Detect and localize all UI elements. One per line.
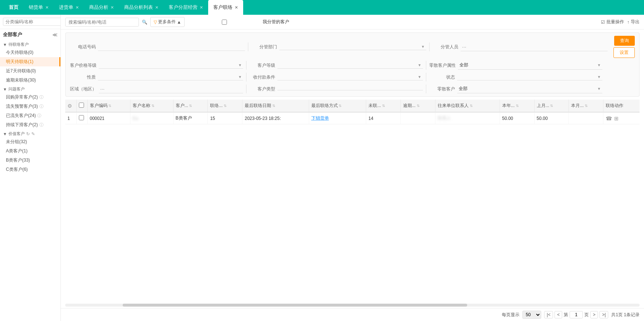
status-select[interactable]: ▼ (457, 74, 602, 80)
refresh-icon[interactable]: ↻ (26, 131, 30, 137)
grid-action-icon[interactable]: ⊞ (614, 115, 619, 121)
th-last-month[interactable]: 上月... (534, 100, 569, 112)
th-customer-type[interactable]: 客户... (173, 100, 208, 112)
prev-page-btn[interactable]: < (554, 311, 562, 318)
nav-home[interactable]: 首页 (4, 0, 24, 15)
nav-sales[interactable]: 销货单 ✕ (24, 0, 54, 15)
chevron-down-icon: ▼ (421, 45, 425, 49)
sidebar-item-class-c[interactable]: C类客户(6) (0, 165, 60, 174)
th-overdue[interactable]: 逾期... (400, 100, 435, 112)
th-this-year[interactable]: 本年... (500, 100, 534, 112)
sidebar-all-customers[interactable]: 全部客户 ≪ (0, 29, 60, 40)
phone-action-icon[interactable]: ☎ (606, 115, 612, 121)
region-label: 区域（地区） (70, 86, 97, 92)
more-dots-icon2[interactable]: ··· (100, 86, 105, 92)
th-this-month[interactable]: 本月... (569, 100, 603, 112)
th-code[interactable]: 客户编码 (87, 100, 130, 112)
select-all-checkbox[interactable] (79, 103, 84, 108)
person-select[interactable]: ··· (461, 43, 608, 51)
price-level-select[interactable]: ▼ (99, 62, 243, 69)
dept-select[interactable]: ▼ (279, 44, 426, 50)
filter-row-2: 客户价格等级 ▼ 客户等级 ▼ 零散客户属性 (70, 61, 635, 70)
th-name[interactable]: 客户名称 (130, 100, 174, 112)
page-nav: |< < 第 页 > >| (544, 311, 608, 318)
sidebar-search-input[interactable] (3, 18, 61, 26)
row-partner-contact: 联系人 (435, 112, 500, 124)
row-last-contact-method[interactable]: 下销货单 (309, 112, 366, 124)
th-contact-count[interactable]: 联络... (208, 100, 242, 112)
nav-goods-list[interactable]: 商品分析列表 ✕ (119, 0, 164, 15)
my-customers-checkbox[interactable] (188, 20, 261, 25)
customer-type-select[interactable] (277, 88, 423, 90)
nav-goods-analysis[interactable]: 商品分析 ✕ (84, 0, 119, 15)
filter-nature: 性质 ▼ (70, 74, 243, 80)
scroll-hint[interactable] (65, 304, 640, 307)
query-button[interactable]: 查询 (614, 36, 635, 46)
batch-op-btn[interactable]: ☑ 批量操作 (601, 19, 624, 25)
sidebar-item-class-b[interactable]: B类客户(33) (0, 156, 60, 165)
nav-customer-tier[interactable]: 客户分层经营 ✕ (164, 0, 208, 15)
region-select[interactable]: ··· (99, 85, 243, 93)
close-goods-list-icon[interactable]: ✕ (155, 5, 158, 10)
more-dots-icon[interactable]: ··· (462, 44, 466, 50)
nature-label: 性质 (70, 74, 96, 80)
last-page-btn[interactable]: >| (599, 311, 608, 318)
th-last-contact-date[interactable]: 最后联络日期 (242, 100, 309, 112)
filter-bar: 🔍 ▽ 更多条件 ▲ 我分管的客户 ☑ 批量操作 ↑ 导出 (61, 15, 644, 30)
contact-method-link[interactable]: 下销货单 (311, 115, 329, 121)
sidebar-item-overdue[interactable]: 逾期未联络(30) (0, 76, 60, 85)
chevron-down-icon6: ▼ (418, 75, 421, 79)
nature-select[interactable]: ▼ (98, 74, 243, 80)
sidebar-item-churn-warning[interactable]: 流失预警客户(3) ⓘ (0, 102, 60, 111)
more-conditions-btn[interactable]: ▽ 更多条件 ▲ (150, 17, 185, 27)
collapse-icon[interactable]: ≪ (52, 32, 57, 38)
search-input[interactable] (65, 18, 139, 27)
row-select-checkbox[interactable] (79, 115, 84, 120)
edit-icon[interactable]: ✎ (31, 131, 35, 137)
customer-level-select[interactable]: ▼ (277, 62, 423, 69)
close-goods-analysis-icon[interactable]: ✕ (111, 5, 114, 10)
row-checkbox[interactable] (76, 112, 87, 124)
sidebar-item-ungrouped[interactable]: 未分组(32) (0, 137, 60, 146)
content-area: 🔍 ▽ 更多条件 ▲ 我分管的客户 ☑ 批量操作 ↑ 导出 (61, 15, 644, 321)
payment-label: 收付款条件 (249, 74, 275, 80)
close-customer-tier-icon[interactable]: ✕ (200, 5, 203, 10)
customer-level-label: 客户等级 (249, 62, 275, 69)
settings-icon[interactable]: ⚙ (67, 103, 72, 109)
sidebar-item-repurchase[interactable]: 回购异常客户(2) ⓘ (0, 93, 60, 102)
th-unlinked[interactable]: 未联... (366, 100, 401, 112)
close-purchase-icon[interactable]: ✕ (76, 5, 79, 10)
sidebar-item-7days[interactable]: 近7天待联络(0) (0, 66, 60, 76)
info-icon2: ⓘ (39, 104, 43, 109)
person-label: 分管人员 (433, 44, 458, 50)
th-last-contact-method[interactable]: 最后联络方式 (309, 100, 366, 112)
th-partner-contact[interactable]: 往来单位联系人 (435, 100, 500, 112)
phone-input[interactable] (98, 43, 245, 51)
sidebar-item-class-a[interactable]: A类客户(1) (0, 146, 60, 156)
sidebar-item-tomorrow[interactable]: 明天待联络(1) (0, 57, 60, 66)
per-page-select[interactable]: 50 20 100 200 (522, 311, 541, 319)
filter-retail-attr: 零散客户属性 全部 ▼ (429, 61, 602, 70)
row-this-year: 50.00 (500, 112, 534, 124)
next-page-btn[interactable]: > (590, 311, 598, 318)
retail-attr-select[interactable]: 全部 ▼ (458, 61, 602, 70)
th-checkbox[interactable] (76, 100, 87, 112)
close-sales-icon[interactable]: ✕ (45, 5, 49, 10)
arrow-down-icon2: ▼ (3, 87, 7, 92)
first-page-btn[interactable]: |< (544, 311, 553, 318)
th-settings[interactable]: ⚙ (65, 100, 76, 112)
sidebar-item-declining[interactable]: 持续下滑客户(2) ⓘ (0, 120, 60, 130)
nav-customer-contact[interactable]: 客户联络 ✕ (208, 0, 243, 15)
my-customers-checkbox-label[interactable]: 我分管的客户 (188, 19, 289, 25)
sidebar-item-churned[interactable]: 已流失客户(24) ⓘ (0, 111, 60, 120)
export-btn[interactable]: ↑ 导出 (627, 19, 640, 25)
search-icon[interactable]: 🔍 (142, 20, 147, 25)
sidebar-item-today[interactable]: 今天待联络(0) (0, 48, 60, 57)
nav-purchase[interactable]: 进货单 ✕ (54, 0, 84, 15)
retail-select[interactable]: 全部 ▼ (457, 84, 602, 93)
set-button[interactable]: 设置 (613, 47, 635, 58)
page-input[interactable] (570, 311, 583, 318)
per-page-label: 每页显示 (502, 312, 519, 318)
payment-select[interactable]: ▼ (277, 74, 423, 80)
close-customer-contact-icon[interactable]: ✕ (235, 5, 238, 10)
